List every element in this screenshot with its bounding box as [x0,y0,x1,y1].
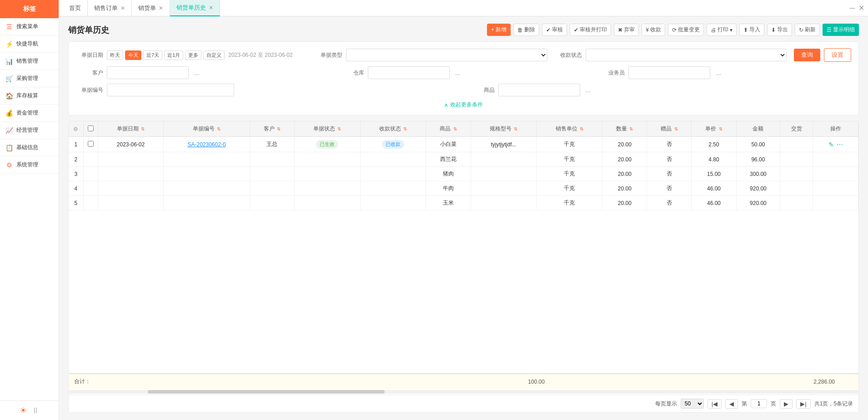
row-payment-status [360,167,426,181]
sidebar-item-sys-mgmt[interactable]: ⚙ 系统管理 [0,156,59,174]
sidebar-bottom-icon2[interactable]: ⏸ [31,406,40,415]
show-details-button[interactable]: ☰ 显示明细 [823,24,859,36]
collapse-icon: ∧ [444,102,448,108]
sort-doc-status-icon: ⇅ [337,126,341,131]
delete-button[interactable]: 🗑 删除 [513,24,539,36]
settings-button[interactable]: 设置 [824,48,851,62]
goods-input[interactable] [498,84,580,96]
window-minimize-icon[interactable]: ─ [850,4,855,12]
row-doc-no: SA-20230602-0 [164,137,250,152]
audit-print-button[interactable]: ✔ 审核并打印 [570,24,611,36]
date-shortcut-custom[interactable]: 自定义 [203,50,225,60]
finance-icon: 💰 [5,110,13,117]
row-checkbox [83,181,98,196]
tab-sales-history-close[interactable]: ✕ [209,5,213,11]
print-button[interactable]: 🖨 打印 ▾ [707,24,737,36]
sidebar-item-finance[interactable]: 💰 资金管理 [0,105,59,122]
row-doc-status [294,152,360,167]
warehouse-input[interactable] [368,66,450,79]
page-input[interactable] [751,399,767,408]
sidebar-item-operations[interactable]: 📈 经营管理 [0,122,59,139]
prev-page-btn[interactable]: ◀ [725,399,738,409]
sidebar-logo: 标签 [0,0,59,18]
row-doc-date [98,167,164,181]
col-unit[interactable]: 销售单位 ⇅ [537,121,602,137]
col-customer[interactable]: 客户 ⇅ [250,121,294,137]
date-shortcut-1month[interactable]: 近1月 [164,50,183,60]
col-spec[interactable]: 规格型号 ⇅ [471,121,537,137]
salesperson-ellipsis-btn[interactable]: ... [714,69,723,76]
gear-icon[interactable]: ⚙ [73,126,78,132]
filter-item-warehouse: 仓库 ... [337,66,591,79]
tab-sales-delivery[interactable]: 销货单 ✕ [132,0,170,16]
row-spec [471,152,537,167]
sidebar-item-search[interactable]: ☰ 搜索菜单 [0,18,59,35]
col-gift[interactable]: 赠品 ⇅ [647,121,692,137]
collapse-button[interactable]: ∧ 收起更多条件 [444,101,483,109]
row-gift: 否 [647,167,692,181]
show-details-icon: ☰ [827,27,832,33]
audit-button[interactable]: ✔ 审核 [542,24,567,36]
doc-no-input[interactable] [107,84,234,96]
customer-input[interactable] [107,66,189,79]
edit-action-btn[interactable]: ✎ [827,141,835,148]
goods-ellipsis-btn[interactable]: ... [584,86,593,94]
batch-change-button[interactable]: ⟳ 批量变更 [668,24,704,36]
payment-status-select[interactable] [586,49,787,61]
sort-goods-icon: ⇅ [453,126,457,131]
import-button[interactable]: ⬆ 导入 [739,24,764,36]
customer-ellipsis-btn[interactable]: ... [192,69,201,76]
more-action-btn[interactable]: ⋯ [835,141,844,148]
query-button[interactable]: 查询 [794,49,820,61]
col-doc-status[interactable]: 单据状态 ⇅ [294,121,360,137]
batch-change-icon: ⟳ [672,27,677,33]
tab-home[interactable]: 首页 [63,0,88,16]
sidebar-item-purchase[interactable]: 🛒 采购管理 [0,70,59,87]
collect-button[interactable]: ¥ 收款 [642,24,665,36]
col-price[interactable]: 单价 ⇅ [692,121,736,137]
last-page-btn[interactable]: ▶| [796,399,810,409]
date-shortcut-more[interactable]: 更多 [185,50,201,60]
doc-type-select[interactable] [346,49,547,61]
salesperson-input[interactable] [628,66,710,79]
tab-sales-order-close[interactable]: ✕ [120,5,125,11]
col-qty[interactable]: 数量 ⇅ [602,121,647,137]
row-select-checkbox[interactable] [88,141,94,147]
col-gear[interactable]: ⚙ [69,121,83,137]
select-all-checkbox[interactable] [88,125,94,131]
horizontal-scrollbar[interactable] [69,390,858,394]
tab-sales-delivery-close[interactable]: ✕ [159,5,163,11]
sidebar-item-inventory[interactable]: 🏠 库存核算 [0,87,59,105]
window-close-icon[interactable]: ✕ [858,4,864,12]
sidebar-item-sales[interactable]: 📊 销售管理 [0,53,59,70]
data-table: ⚙ 单据日期 ⇅ 单据编号 ⇅ 客户 [69,121,858,210]
col-goods[interactable]: 商品 ⇅ [426,121,471,137]
page-content: 销货单历史 + 新增 🗑 删除 ✔ 审核 ✔ 审核并打印 ✖ 弃审 [59,16,868,420]
tab-sales-history[interactable]: 销货单历史 ✕ [170,0,220,16]
row-doc-date [98,196,164,210]
doc-no-link[interactable]: SA-20230602-0 [188,141,226,148]
col-doc-no[interactable]: 单据编号 ⇅ [164,121,250,137]
date-shortcut-yesterday[interactable]: 昨天 [107,50,123,60]
date-shortcut-today[interactable]: 今天 [125,50,141,60]
filter-card: 单据日期 昨天 今天 近7天 近1月 更多 自定义 2023-06-02 至 2… [68,41,859,115]
row-doc-status [294,167,360,181]
row-qty: 20.00 [602,152,647,167]
first-page-btn[interactable]: |◀ [707,399,722,409]
sidebar-item-quicknav[interactable]: ⚡ 快捷导航 [0,35,59,53]
next-page-btn[interactable]: ▶ [780,399,793,409]
date-shortcut-7days[interactable]: 近7天 [143,50,162,60]
col-checkbox [83,121,98,137]
col-doc-date[interactable]: 单据日期 ⇅ [98,121,164,137]
warehouse-ellipsis-btn[interactable]: ... [453,69,462,76]
tab-sales-order[interactable]: 销售订单 ✕ [88,0,132,16]
sidebar-item-basic-info[interactable]: 📋 基础信息 [0,139,59,156]
sidebar-bottom-icon1[interactable]: ☀ [20,405,27,415]
refresh-button[interactable]: ↻ 刷新 [795,24,820,36]
per-page-select[interactable]: 50 100 [681,399,704,409]
col-payment-status[interactable]: 收款状态 ⇅ [360,121,426,137]
abandon-button[interactable]: ✖ 弃审 [614,24,639,36]
export-button[interactable]: ⬇ 导出 [767,24,792,36]
row-checkbox [83,137,98,152]
new-button[interactable]: + 新增 [487,24,511,36]
